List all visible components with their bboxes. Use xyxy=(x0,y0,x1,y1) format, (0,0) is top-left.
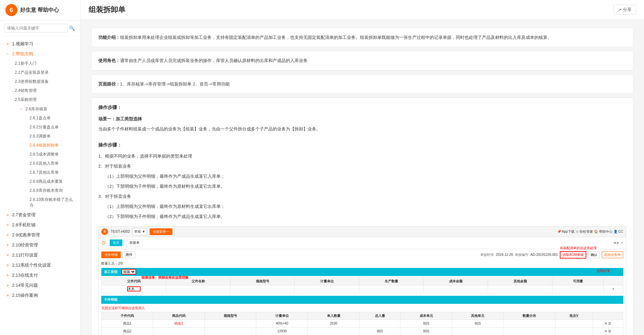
path-section: 页面路径：1、库存核算->库存管理->组装拆卸单 2、首页->常用功能 xyxy=(91,74,633,94)
sidebar-item-data-prep[interactable]: 2.3使用前数据准备 xyxy=(9,77,80,86)
th-other-unit: 其他单元 xyxy=(452,312,504,320)
sidebar-item-label: 2.15操作案例 xyxy=(12,292,38,298)
app-lower-table: 子件代码 商品代码 规格型号 计量单位 单入数量 总入量 成本单元 其他单元 数 xyxy=(101,312,623,335)
td-r2c3 xyxy=(205,327,256,335)
sidebar-item-transfer[interactable]: 2.6.3调拨单 xyxy=(24,132,80,141)
app-status-dropdown[interactable]: 草稿 ▼ xyxy=(132,228,147,235)
app-nav-logo: ⊙ xyxy=(101,238,106,248)
search-button[interactable]: 🔍 xyxy=(68,25,76,31)
search-input[interactable] xyxy=(4,24,68,33)
func-intro-body: 组装拆卸单用来处理企业组装或拆卸等加工业务，支持有固定装配清单的产品加工业务，也… xyxy=(120,35,552,40)
sidebar-item-label: 2.11打印设置 xyxy=(12,252,38,258)
app-save-btn[interactable]: 其他业务单 xyxy=(602,252,623,258)
nav-list: ＋ 1.视频学习 － 2.帮助文档 2.1新手入门 2.2产品安装及登录 2.3… xyxy=(0,36,80,335)
sidebar-item-partial-stocktake[interactable]: 2.6.2分量盘点单 xyxy=(24,123,80,132)
app-lower-header: 子件明细 xyxy=(101,296,623,304)
sidebar-item-inventory[interactable]: － 2.6库存核算 xyxy=(9,104,80,114)
nav-sub-2: 2.1新手入门 2.2产品安装及登录 2.3使用前数据准备 2.4销售管理 2.… xyxy=(0,59,80,210)
app-btn-detail[interactable]: 业务明细 xyxy=(101,252,121,258)
step-3-2: （2）下部明细为子件明细，最终作为产成品生成某它入库单。 xyxy=(98,212,626,221)
steps-list: 1、根据不同的业务，选择不同单据的类型来处理 2、对于组装业务 （1）上部明细为… xyxy=(98,152,626,221)
th-qty-dist: 数量分布 xyxy=(503,312,555,320)
plus-icon: ＋ xyxy=(5,242,10,248)
td-r1c8: 8(0) xyxy=(452,320,504,327)
app-btn-attachment[interactable]: 附件 xyxy=(123,252,136,258)
role-label: 使用角色： xyxy=(98,58,120,63)
parent-code-input[interactable] xyxy=(127,286,141,291)
td-r2c2 xyxy=(153,327,205,335)
sidebar-item-assembly[interactable]: 2.6.4组装拆卸单 xyxy=(24,141,80,150)
sidebar-item-video-learning[interactable]: ＋ 1.视频学习 xyxy=(0,39,80,49)
th-child-code: 子件代码 xyxy=(102,312,153,320)
sidebar-item-customize[interactable]: ＋ 2.12系统个性化设置 xyxy=(0,260,80,270)
page-title: 组装拆卸单 xyxy=(89,5,125,15)
plus-icon: ＋ xyxy=(5,232,10,238)
sidebar-item-cost-adjust[interactable]: 2.6.5成本调整单 xyxy=(24,150,80,159)
sidebar-item-install[interactable]: 2.2产品安装及登录 xyxy=(9,68,80,77)
app-navbar: ⊙ 首页 新建单 ◀ ▶ ✕ xyxy=(99,237,626,249)
table-row: + xyxy=(102,285,623,293)
th-unit2: 计量单位 xyxy=(256,312,308,320)
app-topbar-id: TEST-H002 xyxy=(111,228,130,235)
sidebar-item-ops-mgmt[interactable]: ＋ 2.10经营管理 xyxy=(0,240,80,250)
role-text: 使用角色：通常由生产人员或库管人员完成拆装业务的操作，库管人员确认原材料的出库和… xyxy=(98,57,626,64)
th-cost-unit: 成本单元 xyxy=(400,312,452,320)
sidebar-item-other-inbound[interactable]: 2.6.6其他入库单 xyxy=(24,159,80,168)
sidebar-item-finance[interactable]: ＋ 2.7资金管理 xyxy=(0,210,80,220)
app-nav-icons: ◀ ▶ ✕ xyxy=(613,240,623,246)
sidebar-item-print[interactable]: ＋ 2.11打印设置 xyxy=(0,250,80,260)
plus-icon: ＋ xyxy=(5,282,10,288)
sidebar-item-faq[interactable]: ＋ 2.14常见问题 xyxy=(0,280,80,290)
app-content-area: 业务明细 附件 单据时间 2019-12-26 单据编号 AD-20191226… xyxy=(99,249,626,335)
sidebar-item-mobile[interactable]: ＋ 2.8手机旺辅 xyxy=(0,220,80,230)
app-type-select[interactable]: 组装 拆卸 xyxy=(121,269,136,275)
td-other xyxy=(488,285,552,293)
step-1: 1、根据不同的业务，选择不同单据的类型来处理 xyxy=(98,152,626,161)
sidebar-item-other-outbound[interactable]: 2.6.7其他出库单 xyxy=(24,168,80,177)
annotation2-text: 组装业务、拆卸业务在这里切换 xyxy=(142,275,189,281)
td-spec xyxy=(230,285,295,293)
sidebar-item-inventory-fix[interactable]: 2.6.10库存账本错了怎么办 xyxy=(24,195,80,210)
td-r2c6: 8(0) xyxy=(359,327,400,335)
share-button[interactable]: ↗ 分享 xyxy=(613,5,636,15)
app-confirm-btn[interactable]: 确认 xyxy=(588,252,600,258)
app-count-row: 数量汇总：2/9 xyxy=(101,261,623,267)
sidebar-item-sales[interactable]: 2.4销售管理 xyxy=(9,86,80,95)
sidebar-item-newbie[interactable]: 2.1新手入门 xyxy=(9,59,80,68)
sidebar-item-purchase[interactable]: 2.5采购管理 xyxy=(9,95,80,104)
td-r2c7: 8(0) xyxy=(400,327,452,335)
sidebar-item-label: 2.12系统个性化设置 xyxy=(12,262,51,268)
td-r1c4: 40%+40 xyxy=(256,320,308,327)
sidebar-item-cases[interactable]: ＋ 2.15操作案例 xyxy=(0,290,80,300)
sidebar-item-inventory-ledger[interactable]: 2.6.9库存账本查询 xyxy=(24,186,80,195)
app-total-count: 数量汇总：2/9 xyxy=(101,261,123,267)
app-date-val: 2019-12-26 xyxy=(496,252,513,258)
plus-icon: ＋ xyxy=(5,292,10,298)
step-2: 2、对于组装业务 xyxy=(98,162,626,171)
func-intro-text: 功能介绍：组装拆卸单用来处理企业组装或拆卸等加工业务，支持有固定装配清单的产品加… xyxy=(98,34,626,41)
plus-icon: ＋ xyxy=(5,262,10,268)
app-nav-tab-main[interactable]: 首页 xyxy=(110,239,122,246)
sidebar-item-help-docs[interactable]: － 2.帮助文档 xyxy=(0,49,80,59)
td-unit xyxy=(295,285,359,293)
td-parent-code xyxy=(102,285,166,293)
app-new-order-btn[interactable]: 创建新单一 xyxy=(150,228,172,235)
steps-title: 操作步骤： xyxy=(98,141,626,149)
app-nav-tab-new[interactable]: 新建单 xyxy=(126,239,143,246)
app-bom-btn[interactable]: 选取BOM单据 xyxy=(560,251,586,259)
sidebar-item-label: 2.10经营管理 xyxy=(12,242,38,248)
sidebar-item-stocktake[interactable]: 2.6.1盘点单 xyxy=(24,114,80,123)
sidebar-item-coupon[interactable]: ＋ 2.9优惠券管理 xyxy=(0,230,80,240)
th-batch: 批次V xyxy=(555,312,593,320)
app-logo-small: 6 xyxy=(101,228,108,235)
th-in-qty: 单入数量 xyxy=(308,312,360,320)
sidebar-item-cost-recalc[interactable]: 2.6.8商品成本重算 xyxy=(24,177,80,186)
sidebar-item-label: 2.14常见问题 xyxy=(12,282,38,288)
search-box: 🔍 xyxy=(0,20,80,36)
td-r2-action: ✕ ☰ xyxy=(593,327,623,335)
sidebar-item-label: 2.8手机旺辅 xyxy=(12,222,36,228)
table-row: 商品1 税改1 40%+40 2530 8(0) 8(0) xyxy=(102,320,623,327)
logo-icon: 6 xyxy=(5,4,17,16)
sidebar-item-payment[interactable]: ＋ 2.13在线支付 xyxy=(0,270,80,280)
table-row: 商品2 12930 8(0) 8(0) xyxy=(102,327,623,335)
